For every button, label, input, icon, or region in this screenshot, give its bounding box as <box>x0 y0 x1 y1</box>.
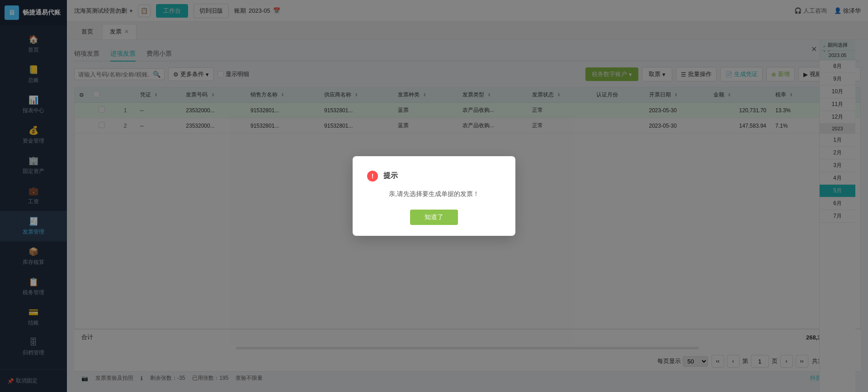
modal-header: ! 提示 <box>367 171 398 182</box>
modal-footer: 知道了 <box>353 210 515 236</box>
modal-ok-btn[interactable]: 知道了 <box>410 210 458 225</box>
modal-message: 亲,请先选择要生成单据的发票！ <box>389 189 479 199</box>
modal-body: ! 提示 亲,请先选择要生成单据的发票！ <box>353 156 515 210</box>
modal-dialog: ! 提示 亲,请先选择要生成单据的发票！ 知道了 <box>353 156 515 236</box>
modal-overlay: ! 提示 亲,请先选择要生成单据的发票！ 知道了 <box>0 0 868 392</box>
warning-icon: ! <box>367 171 378 182</box>
modal-title: 提示 <box>383 171 398 181</box>
